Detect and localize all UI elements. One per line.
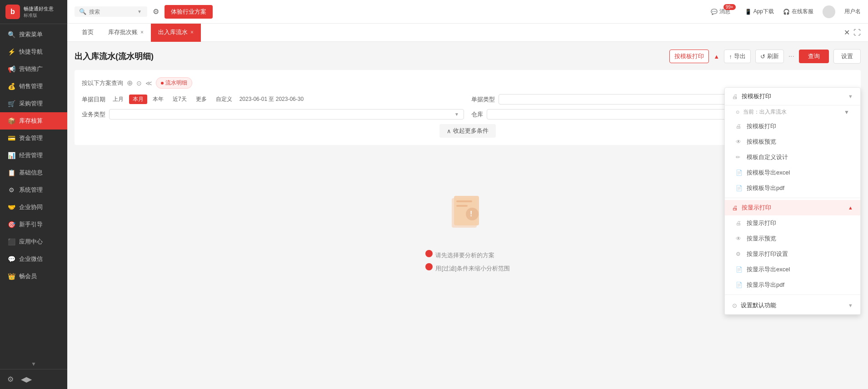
more-options-icon[interactable]: ··· <box>788 52 794 60</box>
sidebar-item-label: 企业协同 <box>19 203 43 211</box>
template-print-item[interactable]: 🖨 按模板打印 <box>725 119 860 134</box>
date-filter-group: 单据日期 上月 本月 本年 近7天 更多 自定义 2023-06-01 至 20… <box>82 95 464 104</box>
sidebar-item-label: 新手引导 <box>19 220 43 229</box>
dropdown-divider-2 <box>725 294 860 295</box>
template-export-excel-item[interactable]: 📄 按模板导出excel <box>725 165 860 180</box>
sidebar-nav: 🔍 搜索菜单 ⚡ 快捷导航 📢 营销推广 💰 销售管理 🛒 采购管理 📦 库存核… <box>0 24 67 359</box>
chevron-up-icon[interactable]: ▲ <box>713 53 719 60</box>
excel-icon: 📄 <box>736 170 743 176</box>
date-option-custom[interactable]: 自定义 <box>212 95 236 104</box>
filter-collapse-icon[interactable]: ≪ <box>145 80 152 87</box>
sidebar-scroll-down[interactable]: ▼ <box>0 359 67 369</box>
query-btn[interactable]: 查询 <box>799 50 829 63</box>
date-field-label: 单据日期 <box>82 95 105 104</box>
printer-icon: 🖨 <box>736 220 743 226</box>
template-print-btn[interactable]: 按模板打印 <box>669 50 709 63</box>
online-service-btn[interactable]: 🎧 在线客服 <box>783 8 813 15</box>
sidebar-item-vip[interactable]: 👑 畅会员 <box>0 268 67 285</box>
phone-icon: 📱 <box>745 9 752 15</box>
chevron-down-icon: ▼ <box>848 303 853 308</box>
app-download-btn[interactable]: 📱 App下载 <box>745 8 774 15</box>
template-preview-item[interactable]: 👁 按模板预览 <box>725 134 860 150</box>
wechat-icon: 💬 <box>7 255 15 263</box>
user-avatar[interactable] <box>823 5 835 18</box>
display-export-excel-item[interactable]: 📄 按显示导出excel <box>725 262 860 277</box>
sidebar-item-guide[interactable]: 🎯 新手引导 <box>0 216 67 233</box>
settings-btn[interactable]: 设置 <box>833 49 861 64</box>
date-option-current-month[interactable]: 本月 <box>129 95 147 104</box>
main-content: 🔍 ▼ ⚙ 体验行业方案 💬 消息 99+ 📱 App下载 🎧 在线客服 用户名 <box>67 0 868 389</box>
collapse-btn-label: 收起更多条件 <box>453 127 489 135</box>
date-option-this-year[interactable]: 本年 <box>149 95 167 104</box>
online-service-label: 在线客服 <box>792 8 813 15</box>
close-window-icon[interactable]: ✕ <box>844 28 850 37</box>
inventory-icon: 📦 <box>7 117 15 125</box>
industry-btn[interactable]: 体验行业方案 <box>165 5 213 19</box>
display-export-pdf-label: 按显示导出pdf <box>747 281 784 289</box>
sidebar-item-basic[interactable]: 📋 基础信息 <box>0 164 67 181</box>
date-option-last7[interactable]: 近7天 <box>169 95 190 104</box>
display-preview-item[interactable]: 👁 按显示预览 <box>725 231 860 246</box>
display-export-pdf-item[interactable]: 📄 按显示导出pdf <box>725 277 860 293</box>
svg-rect-3 <box>456 205 468 207</box>
tab-home[interactable]: 首页 <box>75 24 101 42</box>
date-option-last-month[interactable]: 上月 <box>109 95 127 104</box>
gear-icon[interactable]: ⚙ <box>153 7 159 16</box>
sidebar-item-search[interactable]: 🔍 搜索菜单 <box>0 26 67 43</box>
empty-hint-2: 用[过滤]条件来缩小分析范围 <box>425 263 509 273</box>
template-customize-item[interactable]: ✏ 模板自定义设计 <box>725 150 860 165</box>
business-type-select[interactable]: ▼ <box>109 109 464 120</box>
template-print-section-header[interactable]: 🖨 按模板打印 ▼ <box>725 88 860 105</box>
chevron-down-icon: ▼ <box>848 94 853 99</box>
display-print-section-header[interactable]: 🖨 按显示打印 ▲ <box>725 200 860 215</box>
filter-add-btn[interactable]: ⊕ <box>127 79 133 87</box>
page-title: 出入库流水(流水明细) <box>75 51 154 62</box>
eye-icon: 👁 <box>736 235 743 242</box>
tab-close-io-flow[interactable]: × <box>190 29 194 35</box>
filter-settings-icon[interactable]: ⊙ <box>136 80 142 87</box>
template-print-item-label: 按模板打印 <box>747 122 776 130</box>
sidebar-item-appcenter[interactable]: ⬛ 应用中心 <box>0 233 67 250</box>
chevron-up-icon: ∧ <box>447 128 451 135</box>
empty-hints-list: 请先选择要分析的方案 用[过滤]条件来缩小分析范围 <box>425 250 509 276</box>
sidebar-item-purchase[interactable]: 🛒 采购管理 <box>0 95 67 112</box>
sidebar-item-operations[interactable]: 📊 经营管理 <box>0 147 67 164</box>
export-btn[interactable]: ↑ 导出 <box>724 50 751 63</box>
display-preview-item-label: 按显示预览 <box>747 234 776 243</box>
sidebar-item-label: 系统管理 <box>19 186 43 194</box>
sidebar-item-inventory[interactable]: 📦 库存核算 <box>0 112 67 130</box>
water-tag[interactable]: 流水明细 <box>156 77 192 89</box>
business-type-label: 业务类型 <box>82 110 105 119</box>
header-search-box[interactable]: 🔍 ▼ <box>75 6 147 17</box>
template-export-pdf-item[interactable]: 📄 按模板导出pdf <box>725 180 860 196</box>
sidebar-item-marketing[interactable]: 📢 营销推广 <box>0 60 67 78</box>
sidebar-item-quicknav[interactable]: ⚡ 快捷导航 <box>0 43 67 60</box>
date-options: 上月 本月 本年 近7天 更多 自定义 2023-06-01 至 2023-06… <box>109 95 304 104</box>
set-default-item[interactable]: ⊙ 设置默认功能 ▼ <box>725 297 860 314</box>
display-print-settings-item[interactable]: ⚙ 按显示打印设置 <box>725 246 860 262</box>
operations-icon: 📊 <box>7 151 15 160</box>
tab-batch-account[interactable]: 库存批次账 × <box>101 24 151 42</box>
date-option-more[interactable]: 更多 <box>192 95 210 104</box>
tab-close-batch[interactable]: × <box>140 29 144 35</box>
settings-bottom-icon[interactable]: ⚙ <box>7 375 14 384</box>
current-template-item[interactable]: ⊙ 当前：出入库流水 ▼ <box>725 105 860 119</box>
display-print-item-label: 按显示打印 <box>747 219 776 227</box>
search-icon: 🔍 <box>7 30 15 39</box>
sidebar-item-label: 畅会员 <box>19 272 37 280</box>
maximize-icon[interactable]: ⛶ <box>853 29 861 37</box>
tab-io-flow[interactable]: 出入库流水 × <box>151 24 201 42</box>
tab-bar: 首页 库存批次账 × 出入库流水 × ✕ ⛶ <box>67 24 868 42</box>
sidebar-item-wechat[interactable]: 💬 企业微信 <box>0 250 67 268</box>
refresh-btn[interactable]: ↺ 刷新 <box>755 50 784 63</box>
collapse-icon[interactable]: ◀▶ <box>21 375 32 384</box>
search-input[interactable] <box>89 9 135 15</box>
sidebar-item-finance[interactable]: 💳 资金管理 <box>0 130 67 147</box>
message-btn[interactable]: 💬 消息 99+ <box>711 8 730 15</box>
display-print-item[interactable]: 🖨 按显示打印 <box>725 215 860 231</box>
sidebar-item-enterprise[interactable]: 🤝 企业协同 <box>0 199 67 216</box>
water-tag-dot <box>161 82 164 85</box>
sidebar-item-system[interactable]: ⚙ 系统管理 <box>0 181 67 199</box>
collapse-more-btn[interactable]: ∧ 收起更多条件 <box>439 124 496 138</box>
sidebar-item-sales[interactable]: 💰 销售管理 <box>0 78 67 95</box>
